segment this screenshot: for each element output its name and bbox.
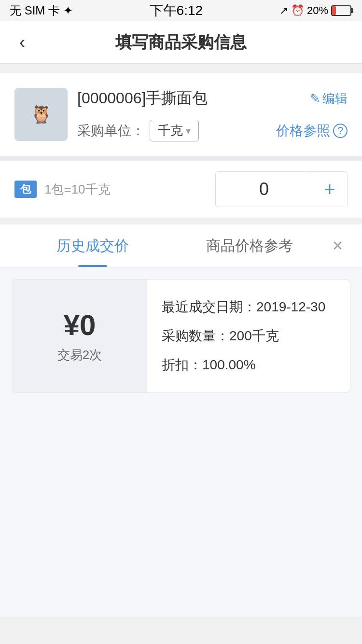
package-icon: 包 bbox=[14, 181, 37, 198]
product-card: 🦉 [0000006]手撕面包 ✎ 编辑 采购单位： 千克 ▾ 价格参照 ? bbox=[0, 73, 362, 156]
date-value: 2019-12-30 bbox=[256, 299, 325, 314]
section-divider bbox=[0, 156, 362, 161]
tabs-header: 历史成交价 商品价格参考 × bbox=[0, 224, 362, 267]
price-ref-label: 价格参照 bbox=[276, 122, 330, 140]
history-price-card: ¥0 交易2次 最近成交日期：2019-12-30 采购数量：200千克 折扣：… bbox=[12, 279, 350, 393]
unit-selector: 采购单位： 千克 ▾ bbox=[77, 120, 199, 141]
unit-prefix-label: 采购单位： bbox=[77, 122, 145, 140]
status-time: 下午6:12 bbox=[150, 1, 203, 20]
status-network: 无 SIM 卡 ✦ bbox=[10, 3, 73, 18]
quantity-row: 包 1包=10千克 0 + bbox=[0, 161, 362, 218]
quantity-key: 采购数量： bbox=[162, 328, 229, 343]
quantity-plus-button[interactable]: + bbox=[312, 172, 347, 207]
back-button[interactable]: ‹ bbox=[14, 28, 30, 57]
history-trades-count: 交易2次 bbox=[57, 347, 102, 364]
edit-icon: ✎ bbox=[310, 91, 320, 106]
pkg-label: 包 bbox=[20, 182, 31, 196]
quantity-value: 0 bbox=[216, 172, 312, 207]
help-circle-icon: ? bbox=[333, 124, 348, 138]
location-icon: ↗ bbox=[279, 4, 288, 17]
history-detail-quantity: 采购数量：200千克 bbox=[162, 326, 335, 346]
quantity-value-text: 200千克 bbox=[229, 328, 279, 343]
currency-symbol: ¥ bbox=[64, 309, 80, 341]
discount-key: 折扣： bbox=[162, 357, 202, 372]
product-top-row: [0000006]手撕面包 ✎ 编辑 bbox=[77, 88, 348, 109]
product-logo-icon: 🦉 bbox=[30, 104, 52, 125]
tab-history-price-label: 历史成交价 bbox=[56, 236, 129, 256]
edit-button[interactable]: ✎ 编辑 bbox=[310, 90, 348, 107]
close-icon[interactable]: × bbox=[328, 231, 348, 261]
history-price-value: ¥0 bbox=[64, 308, 96, 342]
product-name: [0000006]手撕面包 bbox=[77, 88, 208, 109]
unit-value: 千克 bbox=[158, 122, 183, 139]
tab-product-price-ref-label: 商品价格参考 bbox=[206, 236, 293, 256]
date-key: 最近成交日期： bbox=[162, 299, 256, 314]
page-title: 填写商品采购信息 bbox=[115, 31, 247, 54]
tab-content: ¥0 交易2次 最近成交日期：2019-12-30 采购数量：200千克 折扣：… bbox=[0, 279, 362, 617]
unit-dropdown[interactable]: 千克 ▾ bbox=[150, 120, 199, 141]
battery-percent: 20% bbox=[307, 4, 328, 17]
history-price-details: 最近成交日期：2019-12-30 采购数量：200千克 折扣：100.00% bbox=[147, 280, 350, 392]
quantity-control: 0 + bbox=[215, 171, 348, 207]
tabs-container: 历史成交价 商品价格参考 × ¥0 交易2次 最近成交日期：2019-12-30… bbox=[0, 224, 362, 617]
history-detail-discount: 折扣：100.00% bbox=[162, 355, 335, 375]
tab-history-price[interactable]: 历史成交价 bbox=[14, 224, 171, 267]
quantity-label: 包 1包=10千克 bbox=[14, 181, 111, 198]
status-icons: ↗ ⏰ 20% bbox=[279, 4, 352, 17]
edit-label: 编辑 bbox=[322, 90, 348, 107]
nav-bar: ‹ 填写商品采购信息 bbox=[0, 21, 362, 64]
discount-value: 100.00% bbox=[202, 357, 256, 372]
chevron-down-icon: ▾ bbox=[186, 125, 191, 137]
pkg-ratio-text: 1包=10千克 bbox=[44, 181, 111, 198]
history-price-summary: ¥0 交易2次 bbox=[12, 280, 147, 392]
product-bottom-row: 采购单位： 千克 ▾ 价格参照 ? bbox=[77, 120, 348, 141]
price-reference-button[interactable]: 价格参照 ? bbox=[276, 122, 348, 140]
alarm-icon: ⏰ bbox=[291, 4, 304, 17]
status-bar: 无 SIM 卡 ✦ 下午6:12 ↗ ⏰ 20% bbox=[0, 0, 362, 21]
product-info: [0000006]手撕面包 ✎ 编辑 采购单位： 千克 ▾ 价格参照 ? bbox=[77, 88, 348, 141]
tab-product-price-ref[interactable]: 商品价格参考 bbox=[171, 224, 327, 267]
product-thumbnail: 🦉 bbox=[14, 88, 68, 141]
history-detail-date: 最近成交日期：2019-12-30 bbox=[162, 297, 335, 317]
battery-indicator bbox=[331, 5, 352, 16]
